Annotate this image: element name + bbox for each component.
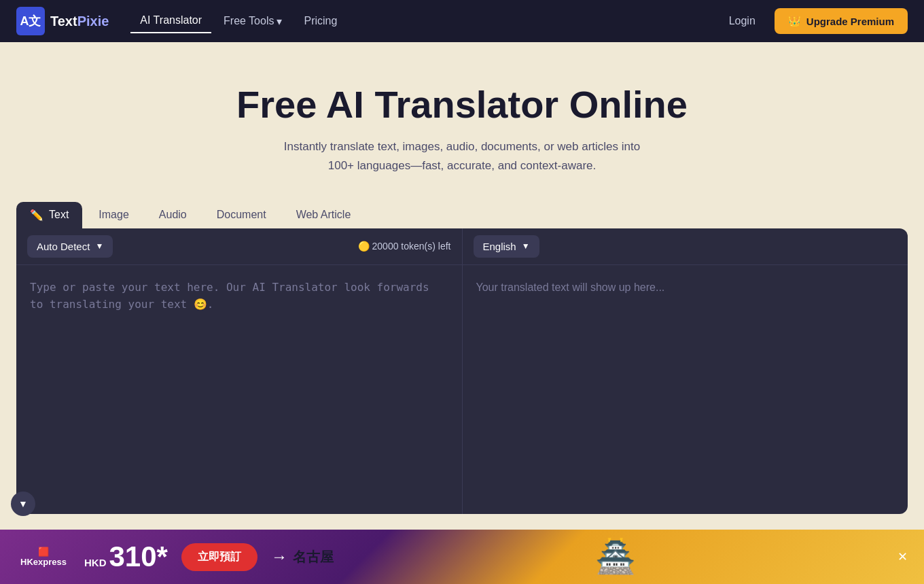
crown-icon: 👑 <box>788 15 801 27</box>
ad-logo: 🟥 HKexpress <box>16 547 71 567</box>
dropdown-chevron-icon: ▼ <box>95 241 103 251</box>
target-language-selector[interactable]: English ▼ <box>474 235 539 258</box>
login-button[interactable]: Login <box>721 10 764 33</box>
tab-text[interactable]: ✏️ Text <box>16 202 82 228</box>
pencil-icon: ✏️ <box>30 209 43 222</box>
nav-pricing[interactable]: Pricing <box>294 10 346 33</box>
panels-wrapper: Auto Detect ▼ 🟡 20000 token(s) left Engl… <box>16 228 908 514</box>
ad-price: 310* <box>109 540 168 573</box>
translator-container: Auto Detect ▼ 🟡 20000 token(s) left Engl… <box>16 228 908 514</box>
output-panel: English ▼ Your translated text will show… <box>463 228 908 514</box>
ad-cta-button[interactable]: 立即預訂 <box>181 543 257 571</box>
tab-document[interactable]: Document <box>203 202 280 228</box>
ad-content: 🟥 HKexpress HKD 310* 立即預訂 → 名古屋 🏯 ✕ <box>16 538 908 576</box>
hero-section: Free AI Translator Online Instantly tran… <box>0 42 924 202</box>
ad-banner: 🟥 HKexpress HKD 310* 立即預訂 → 名古屋 🏯 ✕ <box>0 530 924 584</box>
tab-audio[interactable]: Audio <box>145 202 200 228</box>
ad-destination: → 名古屋 <box>271 547 334 566</box>
hero-title: Free AI Translator Online <box>16 83 908 126</box>
hero-subtitle: Instantly translate text, images, audio,… <box>217 137 707 174</box>
source-text-input[interactable] <box>16 265 462 514</box>
ad-price-block: HKD 310* <box>84 540 168 573</box>
source-language-selector[interactable]: Auto Detect ▼ <box>27 235 113 258</box>
input-panel-header: Auto Detect ▼ 🟡 20000 token(s) left <box>16 228 462 265</box>
translated-text-output: Your translated text will show up here..… <box>463 265 908 514</box>
token-info: 🟡 20000 token(s) left <box>358 241 451 252</box>
brand-name: TextPixie <box>50 14 109 29</box>
dropdown-arrow-icon: ▾ <box>277 15 282 28</box>
nav-free-tools[interactable]: Free Tools ▾ <box>214 10 291 33</box>
nav-ai-translator[interactable]: AI Translator <box>130 9 211 33</box>
output-panel-header: English ▼ <box>463 228 908 265</box>
translator-section: ✏️ Text Image Audio Document Web Article… <box>0 202 924 530</box>
input-panel: Auto Detect ▼ 🟡 20000 token(s) left <box>16 228 463 514</box>
ad-building-icon: 🏯 <box>595 538 636 576</box>
logo-box: A文 <box>16 7 45 35</box>
logo-text-symbol: A文 <box>20 13 41 29</box>
scroll-down-button[interactable]: ▼ <box>11 492 35 516</box>
tabs-bar: ✏️ Text Image Audio Document Web Article <box>16 202 908 228</box>
tab-image[interactable]: Image <box>85 202 142 228</box>
brand-logo[interactable]: A文 TextPixie <box>16 7 109 35</box>
upgrade-button[interactable]: 👑 Upgrade Premium <box>775 8 908 34</box>
tab-web-article[interactable]: Web Article <box>283 202 365 228</box>
ad-close-button[interactable]: ✕ <box>898 549 908 564</box>
nav-right: Login 👑 Upgrade Premium <box>721 8 908 34</box>
dropdown-chevron-icon: ▼ <box>522 241 530 251</box>
navbar: A文 TextPixie AI Translator Free Tools ▾ … <box>0 0 924 42</box>
nav-links: AI Translator Free Tools ▾ Pricing <box>130 9 720 33</box>
chevron-down-icon: ▼ <box>18 498 28 509</box>
